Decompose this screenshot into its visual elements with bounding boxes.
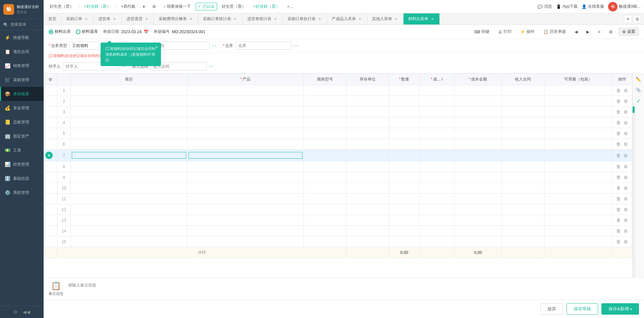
topbar-haoyecai[interactable]: +好业财（普） [82, 2, 113, 11]
row-cost-15[interactable] [420, 236, 454, 247]
history-btn[interactable]: 📋 历史单据 [541, 28, 569, 36]
row-cost-14[interactable] [420, 226, 454, 236]
sidebar-item-purchase[interactable]: 🛒 采购管理 [0, 73, 44, 87]
row-spec-12[interactable] [304, 204, 346, 215]
doc-num-value[interactable]: MD-20230324-001 [172, 30, 205, 34]
copy-row-icon[interactable]: ⊞ [623, 120, 629, 126]
sidebar-item-system[interactable]: ⚙️ 系统管理 [0, 186, 44, 200]
row-available-6[interactable] [544, 139, 612, 150]
row-income-12[interactable] [502, 204, 544, 215]
row-spec-5[interactable] [304, 128, 346, 139]
project-dots[interactable]: ··· [212, 43, 216, 48]
tab-close-icon[interactable]: ✕ [144, 17, 149, 21]
collapse-btn[interactable]: ◀◀ [23, 309, 30, 315]
topbar-dropdown-btn[interactable]: ▾ [140, 3, 148, 10]
user-area[interactable]: 畅 畅捷通8账... [608, 2, 641, 11]
row-product-1[interactable] [187, 85, 304, 96]
shortcut-btn[interactable]: ⌨ 快键 [472, 28, 492, 36]
copy-row-icon[interactable]: ⊞ [623, 152, 629, 158]
row-project-6[interactable] [71, 139, 187, 150]
delete-row-icon[interactable]: 🗑 [615, 239, 622, 245]
tab-close-icon[interactable]: ✕ [233, 17, 237, 21]
delete-row-icon[interactable]: 🗑 [615, 141, 622, 147]
row-qty-3[interactable] [389, 107, 420, 117]
row-project-11[interactable] [71, 194, 187, 204]
copy-row-icon[interactable]: ⊞ [623, 174, 629, 180]
row-unit-6[interactable] [346, 139, 389, 150]
row-spec-9[interactable] [304, 172, 346, 183]
row-cost-5[interactable] [420, 128, 454, 139]
row-product-active[interactable] [187, 150, 304, 161]
row-spec-14[interactable] [304, 226, 346, 236]
warehouse-input[interactable] [235, 42, 291, 50]
delete-row-icon[interactable]: 🗑 [615, 217, 622, 223]
col-header-settings[interactable]: ⚙ [44, 74, 57, 85]
row-project-14[interactable] [71, 226, 187, 236]
topbar-more[interactable]: +... [284, 3, 296, 10]
income-contract-dots[interactable]: ··· [209, 64, 213, 69]
right-panel-edit-icon[interactable]: ✏️ [634, 75, 642, 83]
delete-row-icon[interactable]: 🗑 [615, 185, 622, 191]
tab-close-icon[interactable]: ✕ [394, 17, 398, 21]
row-qty-2[interactable] [389, 96, 420, 107]
row-qty-13[interactable] [389, 215, 420, 226]
sidebar-item-assets[interactable]: 🏢 固定资产 [0, 129, 44, 143]
row-qty-6[interactable] [389, 139, 420, 150]
row-product-9[interactable] [187, 172, 304, 183]
tab-close-icon[interactable]: ✕ [189, 17, 193, 21]
row-spec-15[interactable] [304, 236, 346, 247]
row-unit-9[interactable] [346, 172, 389, 183]
tab-purchase-order[interactable]: 采购订单 ✕ [61, 13, 94, 24]
date-value[interactable]: 2023-03-24 [121, 30, 142, 34]
row-income-14[interactable] [502, 226, 544, 236]
add-row-btn[interactable]: + [45, 152, 53, 159]
row-cost-13[interactable] [420, 215, 454, 226]
row-unit-3[interactable] [346, 107, 389, 117]
row-cost-12[interactable] [420, 204, 454, 215]
row-cost-amount-14[interactable] [454, 226, 502, 236]
active-row-project-input[interactable] [72, 152, 186, 158]
row-qty-active[interactable] [389, 150, 420, 161]
row-income-15[interactable] [502, 236, 544, 247]
delete-row-icon[interactable]: 🗑 [615, 98, 622, 104]
grid-view-btn[interactable]: ⊞ [606, 29, 615, 35]
copy-row-icon[interactable]: ⊞ [623, 217, 629, 223]
row-project-10[interactable] [71, 183, 187, 194]
delete-row-icon[interactable]: 🗑 [615, 196, 622, 202]
topbar-haoshengyi[interactable]: 好生意（普） [47, 2, 76, 11]
row-available-12[interactable] [544, 204, 612, 215]
row-cost-amount-4[interactable] [454, 117, 502, 128]
row-income-8[interactable] [502, 161, 544, 172]
row-income-5[interactable] [502, 128, 544, 139]
row-spec-13[interactable] [304, 215, 346, 226]
row-income-6[interactable] [502, 139, 544, 150]
row-qty-10[interactable] [389, 183, 420, 194]
tooltip-close-btn[interactable]: ✕ [155, 44, 158, 50]
copy-row-icon[interactable]: ⊞ [623, 130, 629, 137]
row-available-10[interactable] [544, 183, 612, 194]
row-unit-11[interactable] [346, 194, 389, 204]
sidebar-item-ledger[interactable]: 📒 总账管理 [0, 115, 44, 129]
row-available-3[interactable] [544, 107, 612, 117]
delete-row-icon[interactable]: 🗑 [615, 164, 622, 170]
row-product-11[interactable] [187, 194, 304, 204]
delete-row-icon[interactable]: 🗑 [615, 109, 622, 115]
row-cost-1[interactable] [420, 85, 454, 96]
row-spec-10[interactable] [304, 183, 346, 194]
row-unit-active[interactable] [346, 150, 389, 161]
right-panel-attach-icon[interactable]: 📎 [634, 86, 642, 94]
row-income-1[interactable] [502, 85, 544, 96]
row-available-11[interactable] [544, 194, 612, 204]
radio-material-out[interactable]: 材料出库 [49, 29, 71, 35]
row-qty-15[interactable] [389, 236, 420, 247]
row-product-15[interactable] [187, 236, 304, 247]
save-draft-button[interactable]: 保存草稿 [567, 303, 598, 315]
row-project-2[interactable] [71, 96, 187, 107]
sidebar-item-inventory[interactable]: 📦 库存核算 [0, 87, 44, 101]
notes-textarea[interactable] [67, 281, 639, 295]
row-cost-amount-6[interactable] [454, 139, 502, 150]
topbar-yidaizhang[interactable]: +易代账 [118, 2, 138, 11]
tab-finished-goods[interactable]: 产成品入库单 ✕ [327, 13, 367, 24]
row-income-4[interactable] [502, 117, 544, 128]
warehouse-dots[interactable]: ··· [293, 43, 298, 48]
